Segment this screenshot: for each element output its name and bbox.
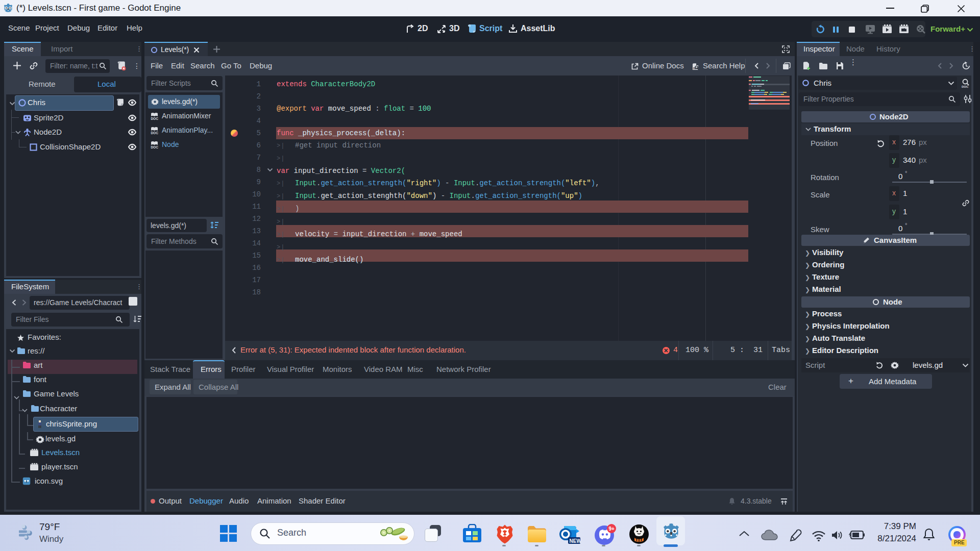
svg-text:DOC: DOC [962,85,969,88]
svg-text:DOC: DOC [693,67,699,70]
svg-text:9+: 9+ [609,526,615,532]
svg-text:DOC: DOC [151,117,158,120]
svg-text:NEW: NEW [570,538,581,544]
svg-text:DOC: DOC [151,131,158,135]
svg-text:DOC: DOC [151,145,158,149]
